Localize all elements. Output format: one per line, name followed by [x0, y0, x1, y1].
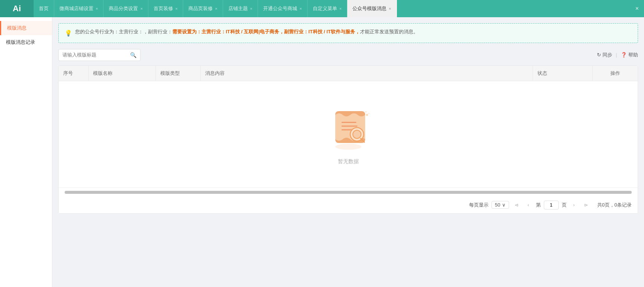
close-tab-icon[interactable]: ×	[175, 6, 178, 11]
sync-icon: ↻	[597, 52, 601, 58]
table-header: 序号模版名称模版类型消息内容状态操作	[59, 66, 638, 81]
svg-point-8	[365, 111, 367, 113]
search-button[interactable]: 🔍	[130, 52, 136, 58]
nav-tab-wshop-settings[interactable]: 微商城店铺设置×	[54, 0, 104, 17]
nav-tab-product-decor[interactable]: 商品页装修×	[183, 0, 223, 17]
toolbar-right: ↻ 同步 | ❓ 帮助	[597, 52, 638, 58]
table-col-name: 模版名称	[89, 66, 156, 81]
scrollbar-thumb	[65, 191, 632, 194]
search-bar: 🔍 ↻ 同步 | ❓ 帮助	[58, 49, 638, 61]
page-prev-btn[interactable]: ‹	[524, 201, 533, 210]
help-icon: ❓	[621, 52, 627, 58]
nav-tab-open-mall[interactable]: 开通公众号商城×	[258, 0, 307, 17]
close-all-tabs-button[interactable]: ×	[630, 5, 644, 12]
sidebar-item-template-msg-record[interactable]: 模版消息记录	[0, 35, 52, 49]
notice-text: 您的公众号行业为：主营行业：，副营行业：需要设置为：主营行业：IT科技 / 互联…	[75, 28, 418, 36]
scrollbar-area	[59, 187, 638, 197]
page-label-after: 页	[562, 202, 567, 208]
page-size-label: 每页显示	[469, 202, 489, 208]
table-col-content: 消息内容	[201, 66, 533, 81]
sync-button[interactable]: ↻ 同步	[597, 52, 612, 58]
notice-highlight: 需要设置为：主营行业：IT科技 / 互联网|电子商务，副营行业：IT科技 / I…	[172, 29, 360, 34]
svg-point-0	[335, 144, 361, 150]
sidebar-item-template-msg[interactable]: 模版消息	[0, 21, 52, 35]
logo: Ai	[0, 0, 34, 17]
pagination-total: 共0页，0条记录	[597, 202, 632, 208]
svg-point-5	[353, 130, 361, 138]
sync-label: 同步	[603, 52, 612, 58]
logo-text: Ai	[13, 4, 21, 13]
notice-banner: 💡 您的公众号行业为：主营行业：，副营行业：需要设置为：主营行业：IT科技 / …	[58, 23, 638, 43]
table-col-type: 模版类型	[156, 66, 201, 81]
close-tab-icon[interactable]: ×	[389, 6, 391, 11]
nav-tab-template-msg[interactable]: 公众号模版消息×	[347, 0, 397, 17]
toolbar-divider: |	[616, 52, 617, 58]
close-tab-icon[interactable]: ×	[140, 6, 142, 11]
table-col-status: 状态	[533, 66, 593, 81]
close-tab-icon[interactable]: ×	[215, 6, 217, 11]
page-label-before: 第	[536, 202, 541, 208]
svg-point-7	[366, 114, 368, 116]
page-input[interactable]	[544, 201, 559, 210]
nav-tab-store-theme[interactable]: 店铺主题×	[223, 0, 258, 17]
table-col-action: 操作	[593, 66, 638, 81]
close-tab-icon[interactable]: ×	[96, 6, 98, 11]
close-tab-icon[interactable]: ×	[299, 6, 302, 11]
notice-normal-1: 您的公众号行业为：主营行业：，副营行业：	[75, 29, 172, 34]
empty-svg-icon	[324, 104, 373, 152]
top-nav: Ai 首页微商城店铺设置×商品分类设置×首页装修×商品页装修×店铺主题×开通公众…	[0, 0, 644, 17]
page-first-btn[interactable]: ⊲	[512, 201, 521, 210]
nav-tab-homepage-decor[interactable]: 首页装修×	[148, 0, 183, 17]
help-button[interactable]: ❓ 帮助	[621, 52, 638, 58]
close-tab-icon[interactable]: ×	[339, 6, 342, 11]
main-layout: 模版消息模版消息记录 💡 您的公众号行业为：主营行业：，副营行业：需要设置为：主…	[0, 17, 644, 287]
scrollbar-track[interactable]	[65, 191, 632, 194]
page-last-btn[interactable]: ⊳	[582, 201, 591, 210]
nav-tab-custom-menu[interactable]: 自定义菜单×	[308, 0, 347, 17]
search-input-wrap: 🔍	[58, 49, 141, 61]
table-container: 序号模版名称模版类型消息内容状态操作	[58, 65, 638, 214]
content-area: 💡 您的公众号行业为：主营行业：，副营行业：需要设置为：主营行业：IT科技 / …	[52, 17, 644, 287]
search-input[interactable]	[62, 52, 130, 58]
close-tab-icon[interactable]: ×	[250, 6, 252, 11]
pagination: 每页显示 50 ∨ ⊲ ‹ 第 页 › ⊳ 共0页，0条记录	[59, 197, 638, 213]
nav-tab-home[interactable]: 首页	[34, 0, 54, 17]
page-size-select[interactable]: 50 ∨	[492, 201, 509, 209]
svg-point-9	[368, 113, 369, 114]
page-size-value: 50	[495, 202, 500, 208]
notice-normal-2: 才能正常发送预置的消息。	[360, 29, 418, 34]
empty-text: 暂无数据	[338, 158, 359, 165]
sidebar: 模版消息模版消息记录	[0, 17, 52, 287]
help-label: 帮助	[628, 52, 638, 58]
empty-state: 暂无数据	[59, 81, 638, 187]
table-col-index: 序号	[59, 66, 89, 81]
page-next-btn[interactable]: ›	[570, 201, 579, 210]
nav-tab-category-settings[interactable]: 商品分类设置×	[104, 0, 148, 17]
chevron-down-icon: ∨	[502, 202, 506, 208]
notice-icon: 💡	[65, 28, 72, 38]
nav-tabs: 首页微商城店铺设置×商品分类设置×首页装修×商品页装修×店铺主题×开通公众号商城…	[34, 0, 630, 17]
empty-illustration	[324, 104, 373, 152]
